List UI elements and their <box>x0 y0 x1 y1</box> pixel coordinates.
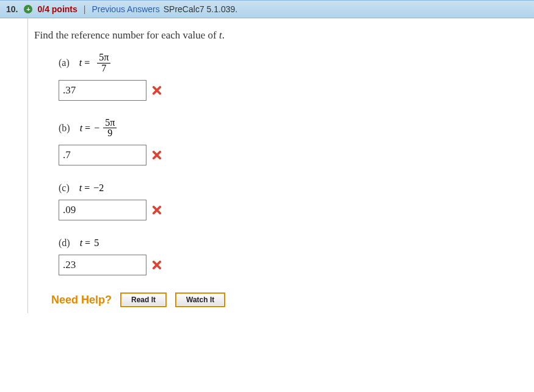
watch-it-button[interactable]: Watch It <box>175 292 225 307</box>
fraction: 5π 7 <box>97 53 110 74</box>
question-body: Find the reference number for each value… <box>27 18 534 313</box>
read-it-button[interactable]: Read It <box>120 292 167 307</box>
incorrect-icon <box>151 85 162 96</box>
part-c: (c) t = −2 <box>59 183 528 220</box>
part-b-neg: − <box>94 123 99 134</box>
incorrect-icon <box>151 260 162 270</box>
part-d: (d) t = 5 <box>59 238 528 275</box>
answer-input-c[interactable] <box>59 200 146 220</box>
question-number: 10. <box>6 4 18 14</box>
answer-input-a[interactable] <box>59 80 146 101</box>
prompt: Find the reference number for each value… <box>34 29 528 42</box>
part-b: (b) t = − 5π 9 <box>59 118 528 166</box>
part-b-label-row: (b) t = − 5π 9 <box>59 118 528 139</box>
source-ref: SPreCalc7 5.1.039. <box>164 4 237 14</box>
points: 0/4 points <box>37 4 77 14</box>
part-c-letter: (c) <box>59 183 70 194</box>
incorrect-icon <box>151 205 162 216</box>
answer-input-b[interactable] <box>59 145 146 165</box>
part-d-value: 5 <box>94 238 99 249</box>
part-d-letter: (d) <box>59 238 70 249</box>
part-c-label-row: (c) t = −2 <box>59 183 528 194</box>
part-b-letter: (b) <box>59 123 70 134</box>
prompt-suffix: . <box>222 29 225 41</box>
plus-icon: + <box>24 5 32 13</box>
answer-input-d[interactable] <box>59 255 146 275</box>
denominator: 9 <box>106 128 114 139</box>
part-d-label-row: (d) t = 5 <box>59 238 528 249</box>
need-help-row: Need Help? Read It Watch It <box>51 292 528 307</box>
part-b-equation: t = − 5π 9 <box>80 118 117 139</box>
denominator: 7 <box>99 64 108 74</box>
fraction: 5π 9 <box>103 118 117 139</box>
part-c-equation: t = −2 <box>79 183 104 194</box>
question-header: 10. + 0/4 points | Previous Answers SPre… <box>0 0 534 18</box>
separator: | <box>84 4 86 14</box>
part-d-equation: t = 5 <box>80 238 99 249</box>
part-a: (a) t = 5π 7 <box>59 53 528 101</box>
part-a-letter: (a) <box>59 57 70 68</box>
part-c-value: −2 <box>93 183 104 194</box>
part-a-equation: t = 5π 7 <box>79 53 111 74</box>
part-a-label-row: (a) t = 5π 7 <box>59 53 528 74</box>
prompt-text: Find the reference number for each value… <box>34 29 219 41</box>
numerator: 5π <box>97 53 110 64</box>
numerator: 5π <box>103 118 117 129</box>
need-help-label: Need Help? <box>51 294 112 307</box>
previous-answers-link[interactable]: Previous Answers <box>92 4 159 14</box>
incorrect-icon <box>151 150 162 161</box>
